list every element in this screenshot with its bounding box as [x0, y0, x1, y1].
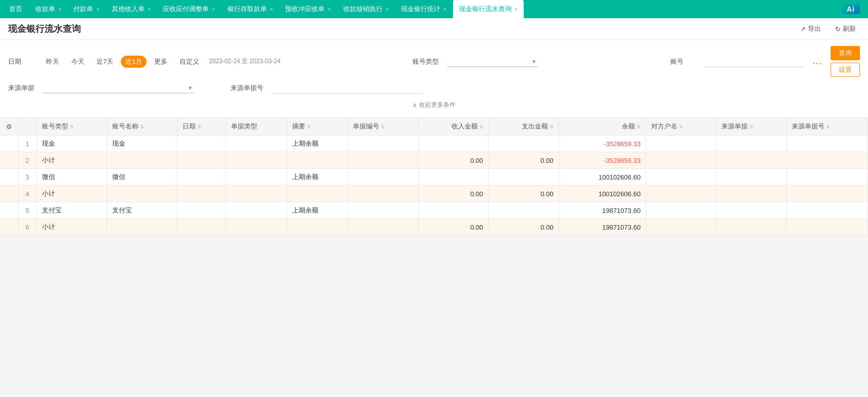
ai-badge[interactable]: Ai [842, 4, 860, 14]
row-source-doc [716, 136, 787, 152]
nav-tab-0[interactable]: 收款单 × [29, 0, 67, 18]
settings-button[interactable]: 设置 [831, 63, 860, 77]
collapse-bar[interactable]: ∧ 收起更多条件 [8, 99, 860, 111]
table-row: 6 小计 0.00 0.00 19871073.60 [0, 219, 868, 236]
nav-tab-8[interactable]: 现金银行流水查询 × [453, 0, 524, 18]
nav-tab-7[interactable]: 现金银行统计 × [395, 0, 452, 18]
row-account-name: 现金 [107, 136, 177, 152]
row-gear [0, 219, 18, 236]
filter-area: 日期 昨天 今天 近7天 近1月 更多 自定义 2023-02-24 至 202… [0, 40, 868, 118]
row-expense: 0.00 [488, 152, 559, 169]
row-doc-type [225, 186, 287, 202]
row-doc-type [225, 136, 287, 152]
sort-icon[interactable]: ⇅ [197, 124, 201, 129]
sort-icon[interactable]: ⇅ [307, 124, 311, 129]
close-icon[interactable]: × [270, 0, 273, 18]
sort-icon[interactable]: ⇅ [70, 124, 74, 129]
row-account-name: 微信 [107, 169, 177, 186]
nav-tab-6[interactable]: 收款核销执行 × [337, 0, 395, 18]
nav-tab-3[interactable]: 应收应付调整单 × [157, 0, 221, 18]
date-btn-1month[interactable]: 近1月 [121, 56, 147, 68]
row-num: 2 [18, 152, 36, 169]
close-icon[interactable]: × [386, 0, 389, 18]
row-source-doc-no [787, 169, 868, 186]
close-icon[interactable]: × [96, 0, 99, 18]
sort-icon[interactable]: ⇅ [140, 124, 144, 129]
refresh-button[interactable]: ↻ 刷新 [831, 22, 860, 35]
row-source-doc [716, 186, 787, 202]
col-gear: ⚙ [0, 118, 18, 136]
row-source-doc-no [787, 136, 868, 152]
close-icon[interactable]: × [58, 0, 61, 18]
row-date [177, 169, 225, 186]
row-account-type: 小计 [36, 152, 107, 169]
row-doc-no [348, 136, 418, 152]
row-counterpart [646, 152, 716, 169]
date-btn-7days[interactable]: 近7天 [92, 56, 118, 68]
export-button[interactable]: ↗ 导出 [796, 22, 825, 35]
sort-icon[interactable]: ⇅ [479, 124, 483, 129]
date-btn-custom[interactable]: 自定义 [175, 56, 204, 68]
account-input[interactable] [704, 56, 805, 67]
close-icon[interactable]: × [212, 0, 215, 18]
date-range-display: 2023-02-24 至 2023-03-24 [209, 57, 280, 66]
row-summary: 上期余额 [287, 136, 348, 152]
nav-tab-4[interactable]: 银行存取款单 × [221, 0, 279, 18]
gear-icon[interactable]: ⚙ [6, 123, 12, 130]
row-expense: 0.00 [488, 219, 559, 236]
row-counterpart [646, 186, 716, 202]
page-header: 现金银行流水查询 ↗ 导出 ↻ 刷新 Ai [0, 18, 868, 40]
more-dots[interactable]: ... [813, 57, 823, 66]
sort-icon[interactable]: ⇅ [679, 124, 683, 129]
table-row: 4 小计 0.00 0.00 100102606.60 [0, 186, 868, 202]
row-source-doc [716, 219, 787, 236]
sort-icon[interactable]: ⇅ [550, 124, 554, 129]
row-income [418, 169, 488, 186]
table-body: 1 现金 现金 上期余额 -3528659.33 2 小计 0.00 0.00 … [0, 136, 868, 236]
sort-icon[interactable]: ⇅ [381, 124, 385, 129]
date-btn-more[interactable]: 更多 [150, 56, 172, 68]
table-container: ⚙ 账号类型 ⇅ 账号名称 ⇅ 日期 [0, 118, 868, 236]
col-balance: 余额 ⇅ [559, 118, 646, 136]
row-income: 0.00 [418, 152, 488, 169]
account-type-select[interactable]: 现金 微信 支付宝 [447, 56, 538, 67]
date-btn-yesterday[interactable]: 昨天 [41, 56, 64, 68]
nav-tab-5[interactable]: 预收冲应收单 × [279, 0, 337, 18]
data-table: ⚙ 账号类型 ⇅ 账号名称 ⇅ 日期 [0, 118, 868, 236]
export-icon: ↗ [800, 25, 806, 33]
row-account-name [107, 152, 177, 169]
nav-home[interactable]: 首页 [2, 0, 29, 18]
row-income [418, 202, 488, 219]
row-source-doc-no [787, 186, 868, 202]
nav-tab-2[interactable]: 其他收入单 × [106, 0, 157, 18]
source-doc-select[interactable] [42, 82, 194, 93]
sort-icon[interactable]: ⇅ [636, 124, 641, 129]
row-num: 1 [18, 136, 36, 152]
row-gear [0, 186, 18, 202]
row-balance: -3528659.33 [559, 152, 646, 169]
row-account-type: 现金 [36, 136, 107, 152]
source-doc-no-input[interactable] [271, 82, 423, 94]
sort-icon[interactable]: ⇅ [749, 124, 753, 129]
row-date [177, 219, 225, 236]
col-num [18, 118, 36, 136]
row-doc-type [225, 202, 287, 219]
query-button[interactable]: 查询 [831, 46, 860, 60]
top-navigation: 首页 收款单 × 付款单 × 其他收入单 × 应收应付调整单 × 银行存取款单 … [0, 0, 868, 18]
row-doc-type [225, 152, 287, 169]
row-counterpart [646, 136, 716, 152]
close-icon[interactable]: × [443, 0, 446, 18]
date-btn-today[interactable]: 今天 [67, 56, 89, 68]
row-source-doc-no [787, 219, 868, 236]
row-summary: 上期余额 [287, 169, 348, 186]
row-doc-type [225, 169, 287, 186]
close-icon[interactable]: × [515, 0, 518, 18]
row-date [177, 152, 225, 169]
close-icon[interactable]: × [328, 0, 331, 18]
collapse-icon: ∧ [413, 102, 417, 109]
row-expense [488, 202, 559, 219]
nav-tab-1[interactable]: 付款单 × [67, 0, 105, 18]
row-date [177, 136, 225, 152]
close-icon[interactable]: × [148, 0, 151, 18]
sort-icon[interactable]: ⇅ [826, 124, 830, 129]
